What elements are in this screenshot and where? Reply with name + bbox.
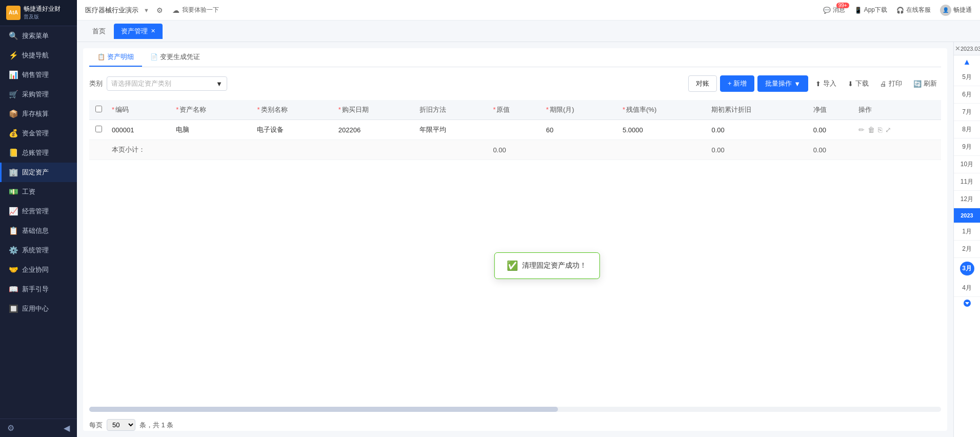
- message-button[interactable]: 💬 消息 99+: [823, 6, 845, 14]
- sidebar-item-label: 固定资产: [22, 168, 49, 177]
- td-period: 60: [542, 120, 618, 140]
- td-depreciation: 年限平均: [415, 120, 489, 140]
- td-subtotal-initial: 0.00: [707, 140, 809, 160]
- sidebar-item-system[interactable]: ⚙️ 系统管理: [0, 241, 77, 260]
- per-page-select[interactable]: 50 10 20 100: [107, 419, 135, 431]
- timeline-month-9[interactable]: 9月: [954, 138, 980, 156]
- sidebar-item-operations[interactable]: 📈 经营管理: [0, 202, 77, 221]
- toast: ✅ 清理固定资产成功！: [494, 252, 599, 279]
- subtotal-label: 本页小计：: [112, 146, 145, 153]
- timeline-nav-down[interactable]: [954, 297, 980, 311]
- th-actions: 操作: [854, 100, 941, 120]
- table-wrap: *编码 *资产名称 *类别名称 *购买日期 折旧方法 *原值 *期限(月) *残…: [89, 100, 941, 405]
- sidebar-item-fixed-assets[interactable]: 🏢 固定资产: [0, 163, 77, 182]
- user-area[interactable]: 👤 畅捷通: [940, 5, 972, 16]
- timeline-month-12[interactable]: 12月: [954, 191, 980, 208]
- timeline-month-1[interactable]: 1月: [954, 223, 980, 241]
- sidebar-item-funds[interactable]: 💰 资金管理: [0, 124, 77, 143]
- sidebar-item-ledger[interactable]: 📒 总账管理: [0, 143, 77, 163]
- download-button[interactable]: ⬇ 下载: [844, 76, 873, 91]
- settings-gear-icon[interactable]: ⚙: [156, 6, 163, 14]
- timeline-month-11[interactable]: 11月: [954, 173, 980, 191]
- tab-home[interactable]: 首页: [85, 24, 113, 39]
- sidebar-item-basics[interactable]: 📋 基础信息: [0, 221, 77, 241]
- timeline-month-10[interactable]: 10月: [954, 156, 980, 173]
- timeline-month-8[interactable]: 8月: [954, 121, 980, 138]
- print-label: 打印: [889, 79, 902, 88]
- copy-icon[interactable]: ⎘: [878, 126, 882, 134]
- subtab-change-voucher-label: 变更生成凭证: [160, 52, 200, 62]
- sidebar: AtA 畅捷通好业财 普及版 🔍 搜索菜单 ⚡ 快捷导航 📊 销售管理 🛒 采购…: [0, 0, 77, 437]
- app-download-button[interactable]: 📱 App下载: [854, 6, 887, 14]
- import-button[interactable]: ⬆ 导入: [811, 76, 841, 91]
- td-checkbox: [89, 120, 108, 140]
- right-panel-close-icon[interactable]: ✕: [955, 45, 961, 52]
- down-arrow-svg: [963, 299, 971, 307]
- app-download-icon: 📱: [854, 7, 862, 14]
- timeline-month-6[interactable]: 6月: [954, 86, 980, 104]
- batch-button[interactable]: 批量操作 ▼: [757, 75, 808, 92]
- enterprise-icon: 🤝: [9, 265, 18, 274]
- reconcile-button[interactable]: 对账: [688, 75, 717, 92]
- new-label: + 新增: [728, 79, 747, 88]
- tab-home-label: 首页: [92, 27, 106, 36]
- right-panel-year: 2023.03: [961, 46, 980, 52]
- print-button[interactable]: 🖨 打印: [876, 76, 906, 91]
- timeline-nav-up[interactable]: ▲: [954, 55, 980, 69]
- sidebar-item-sales[interactable]: 📊 销售管理: [0, 65, 77, 85]
- refresh-button[interactable]: 🔄 刷新: [909, 76, 941, 91]
- message-badge: 99+: [836, 3, 849, 8]
- online-service-button[interactable]: 🎧 在线客服: [896, 6, 931, 14]
- sidebar-item-salary[interactable]: 💵 工资: [0, 182, 77, 202]
- timeline-month-2[interactable]: 2月: [954, 241, 980, 258]
- sidebar-collapse-icon[interactable]: ◀: [64, 423, 70, 433]
- funds-icon: 💰: [9, 129, 18, 138]
- new-button[interactable]: + 新增: [720, 75, 754, 92]
- td-residual-rate: 5.0000: [618, 120, 707, 140]
- content-main: 📋 资产明细 📄 变更生成凭证 类别 请选择固定资产类别 ▼: [77, 42, 953, 437]
- change-voucher-icon: 📄: [150, 53, 158, 61]
- sidebar-settings-icon[interactable]: ⚙: [7, 423, 14, 433]
- right-panel-header: ✕ 2023.03 ⛶: [954, 42, 980, 55]
- sidebar-item-search[interactable]: 🔍 搜索菜单: [0, 26, 77, 46]
- sidebar-item-label: 企业协同: [22, 265, 49, 274]
- timeline-month-5[interactable]: 5月: [954, 69, 980, 86]
- timeline-month-4[interactable]: 4月: [954, 280, 980, 297]
- th-purchase-date: *购买日期: [334, 100, 415, 120]
- sidebar-scroll: 🔍 搜索菜单 ⚡ 快捷导航 📊 销售管理 🛒 采购管理 📦 库存核算 💰 资金管…: [0, 26, 77, 419]
- row-checkbox[interactable]: [95, 126, 102, 132]
- sidebar-item-inventory[interactable]: 📦 库存核算: [0, 104, 77, 124]
- asset-detail-icon: 📋: [97, 53, 105, 61]
- tab-asset-mgmt[interactable]: 资产管理 ✕: [114, 24, 163, 39]
- sidebar-item-guide[interactable]: 📖 新手引导: [0, 280, 77, 299]
- timeline-scroll[interactable]: ▲ 5月 6月 7月 8月 9月 10月 11月 12月 2023 1月 2月 …: [954, 55, 980, 437]
- timeline-year-2023[interactable]: 2023: [954, 208, 980, 223]
- td-subtotal-original: 0.00: [489, 140, 542, 160]
- delete-icon[interactable]: 🗑: [868, 126, 875, 134]
- th-category: *类别名称: [253, 100, 334, 120]
- horizontal-scrollbar[interactable]: [89, 407, 941, 412]
- more-icon[interactable]: ⤢: [885, 126, 891, 134]
- td-subtotal-period: [542, 140, 618, 160]
- sidebar-item-label: 系统管理: [22, 246, 49, 255]
- filter-category-placeholder: 请选择固定资产类别: [111, 79, 214, 88]
- user-name: 畅捷通: [953, 6, 972, 14]
- sidebar-item-purchase[interactable]: 🛒 采购管理: [0, 85, 77, 104]
- td-actions: ✏ 🗑 ⎘ ⤢: [854, 120, 941, 140]
- select-all-checkbox[interactable]: [95, 106, 102, 112]
- th-original-value: *原值: [489, 100, 542, 120]
- experience-label[interactable]: 我要体验一下: [182, 6, 219, 14]
- sidebar-item-quick-nav[interactable]: ⚡ 快捷导航: [0, 46, 77, 65]
- import-label: 导入: [823, 79, 836, 88]
- inventory-icon: 📦: [9, 109, 18, 118]
- subtab-change-voucher[interactable]: 📄 变更生成凭证: [142, 48, 208, 67]
- sidebar-item-enterprise[interactable]: 🤝 企业协同: [0, 260, 77, 280]
- company-dropdown-icon[interactable]: ▼: [144, 7, 149, 13]
- timeline-month-3-active[interactable]: 3月: [960, 262, 974, 276]
- tab-close-icon[interactable]: ✕: [151, 28, 155, 34]
- sidebar-item-apps[interactable]: 🔲 应用中心: [0, 299, 77, 319]
- subtab-asset-detail[interactable]: 📋 资产明细: [89, 48, 142, 67]
- edit-icon[interactable]: ✏: [858, 126, 865, 134]
- filter-category-select[interactable]: 请选择固定资产类别 ▼: [107, 76, 227, 91]
- timeline-month-7[interactable]: 7月: [954, 104, 980, 121]
